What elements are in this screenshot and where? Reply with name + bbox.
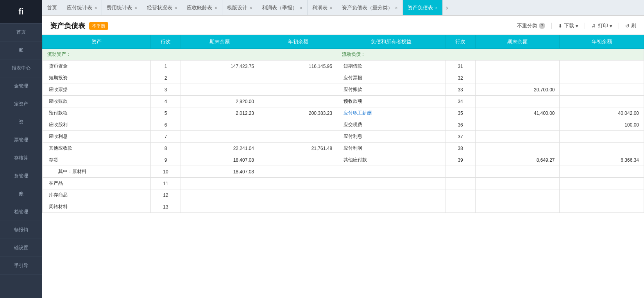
tab-bs[interactable]: 资产负债表 × xyxy=(403,0,443,16)
cell-row-no2 xyxy=(445,189,476,201)
table-row[interactable]: 应收股利 6 应交税费 36 100.00 xyxy=(43,119,644,131)
tab-ar-aging[interactable]: 应收账龄表 × xyxy=(182,0,222,16)
tab-nav-right[interactable]: › xyxy=(443,0,451,16)
cell-asset: 库存商品 xyxy=(43,189,151,201)
cell-row-no: 1 xyxy=(151,61,181,72)
tab-close-bs-reclassify[interactable]: × xyxy=(395,5,397,10)
sidebar-item-ledger[interactable]: 账 xyxy=(0,185,42,203)
table-row[interactable]: 存货 9 18,407.08 其他应付款 39 8,649.27 6,366.3… xyxy=(43,154,644,166)
cell-end-bal xyxy=(181,131,259,143)
sidebar-item-invest[interactable]: 资 xyxy=(0,113,42,131)
cell-start-bal2: 40,042.00 xyxy=(560,107,644,119)
table-row[interactable]: 其中：原材料 10 18,407.08 xyxy=(43,166,644,178)
th-end-balance2: 期末余额 xyxy=(476,35,560,49)
sidebar-item-report-center[interactable]: 报表中心 xyxy=(0,59,42,77)
download-button[interactable]: ⬇ 下载 ▾ xyxy=(558,22,578,29)
cell-end-bal2 xyxy=(476,143,560,154)
sidebar-item-bill[interactable]: 票管理 xyxy=(0,131,42,149)
cell-asset: 应收利息 xyxy=(43,131,151,143)
cell-liab: 预收款项 xyxy=(337,96,445,107)
report-table: 资产 行次 期末余额 年初余额 负债和所有者权益 行次 期末余额 年初余额 流动… xyxy=(42,35,644,213)
cell-start-bal2 xyxy=(560,61,644,72)
table-row[interactable]: 周转材料 13 xyxy=(43,201,644,213)
sidebar-item-home[interactable]: 首页 xyxy=(0,23,42,41)
table-row[interactable]: 短期投资 2 应付票据 32 xyxy=(43,72,644,84)
tab-expense-stats[interactable]: 费用统计表 × xyxy=(102,0,142,16)
cell-start-bal2 xyxy=(560,131,644,143)
refresh-button[interactable]: ↺ 刷 xyxy=(625,22,636,29)
sidebar-item-fixed-assets[interactable]: 定资产 xyxy=(0,95,42,113)
tab-home[interactable]: 首页 xyxy=(42,0,62,16)
tab-template[interactable]: 模版设计 × xyxy=(222,0,257,16)
cell-start-bal xyxy=(259,119,337,131)
cell-asset: 存货 xyxy=(43,154,151,166)
cell-start-bal2 xyxy=(560,84,644,96)
sidebar-logo: fi xyxy=(0,0,42,23)
cell-asset: 应收票据 xyxy=(43,84,151,96)
table-row[interactable]: 应收账款 4 2,920.00 预收款项 34 xyxy=(43,96,644,107)
sidebar-item-fund[interactable]: 金管理 xyxy=(0,77,42,95)
tab-close-template[interactable]: × xyxy=(250,5,252,10)
table-row[interactable]: 在产品 11 xyxy=(43,178,644,189)
cell-end-bal2: 8,649.27 xyxy=(476,154,560,166)
cell-asset: 周转材料 xyxy=(43,201,151,213)
cell-liab xyxy=(337,201,445,213)
sidebar-item-account[interactable]: 账 xyxy=(0,41,42,59)
table-row[interactable]: 库存商品 12 xyxy=(43,189,644,201)
cell-end-bal2 xyxy=(476,96,560,107)
tab-ap-stats[interactable]: 应付统计表 × xyxy=(62,0,102,16)
tab-profit[interactable]: 利润表 × xyxy=(308,0,337,16)
table-row[interactable]: 其他应收款 8 22,241.04 21,761.48 应付利润 38 xyxy=(43,143,644,154)
th-end-balance: 期末余额 xyxy=(181,35,259,49)
tab-close-ap-stats[interactable]: × xyxy=(95,5,97,10)
cell-start-bal2 xyxy=(560,178,644,189)
cell-liab xyxy=(337,189,445,201)
cell-end-bal xyxy=(181,84,259,96)
cell-end-bal2 xyxy=(476,201,560,213)
sidebar-item-inventory[interactable]: 存核算 xyxy=(0,149,42,167)
no-reclassify-button[interactable]: 不重分类 ? xyxy=(517,22,545,29)
cell-row-no2 xyxy=(445,166,476,178)
cell-start-bal xyxy=(259,96,337,107)
cell-end-bal2 xyxy=(476,61,560,72)
tab-close-profit[interactable]: × xyxy=(330,5,332,10)
sidebar-item-tax[interactable]: 务管理 xyxy=(0,167,42,185)
cell-liab: 其他应付款 xyxy=(337,154,445,166)
th-start-balance2: 年初余额 xyxy=(560,35,644,49)
table-row[interactable]: 货币资金 1 147,423.75 116,145.95 短期借款 31 xyxy=(43,61,644,72)
cell-asset: 应收账款 xyxy=(43,96,151,107)
tab-close-profit-q[interactable]: × xyxy=(300,5,302,10)
cell-row-no2: 39 xyxy=(445,154,476,166)
tab-close-bs[interactable]: × xyxy=(435,5,438,10)
table-row[interactable]: 预付款项 5 2,012.23 200,383.23 应付职工薪酬 35 41,… xyxy=(43,107,644,119)
page-title: 资产负债表 xyxy=(50,21,85,30)
cell-end-bal xyxy=(181,119,259,131)
th-row-no2: 行次 xyxy=(445,35,476,49)
tab-close-ar-aging[interactable]: × xyxy=(215,5,217,10)
tab-close-operation[interactable]: × xyxy=(175,5,177,10)
sidebar-item-guide[interactable]: 手引导 xyxy=(0,257,42,275)
table-header-row: 资产 行次 期末余额 年初余额 负债和所有者权益 行次 期末余额 年初余额 xyxy=(43,35,644,49)
cell-row-no: 6 xyxy=(151,119,181,131)
cell-start-bal xyxy=(259,72,337,84)
cell-start-bal xyxy=(259,154,337,166)
tab-operation[interactable]: 经营状况表 × xyxy=(142,0,182,16)
sidebar-item-doc[interactable]: 档管理 xyxy=(0,203,42,221)
section-right-label: 流动负债： xyxy=(337,49,644,61)
tab-profit-q[interactable]: 利润表（季报） × xyxy=(257,0,307,16)
print-button[interactable]: 🖨 打印 ▾ xyxy=(591,22,612,29)
page-header: 资产负债表 不平衡 不重分类 ? ⬇ 下载 ▾ 🖨 打印 ▾ xyxy=(42,16,644,35)
sidebar-item-settings[interactable]: 础设置 xyxy=(0,239,42,257)
table-row[interactable]: 应收票据 3 应付账款 33 20,700.00 xyxy=(43,84,644,96)
cell-start-bal xyxy=(259,166,337,178)
cell-start-bal2 xyxy=(560,143,644,154)
table-row[interactable]: 应收利息 7 应付利息 37 xyxy=(43,131,644,143)
cell-start-bal2: 6,366.34 xyxy=(560,154,644,166)
cell-start-bal xyxy=(259,131,337,143)
tab-close-expense-stats[interactable]: × xyxy=(134,5,137,10)
cell-end-bal2: 20,700.00 xyxy=(476,84,560,96)
cell-row-no: 3 xyxy=(151,84,181,96)
cell-start-bal xyxy=(259,84,337,96)
tab-bs-reclassify[interactable]: 资产负债表（重分类） × xyxy=(337,0,402,16)
sidebar-item-expense[interactable]: 畅报销 xyxy=(0,221,42,239)
